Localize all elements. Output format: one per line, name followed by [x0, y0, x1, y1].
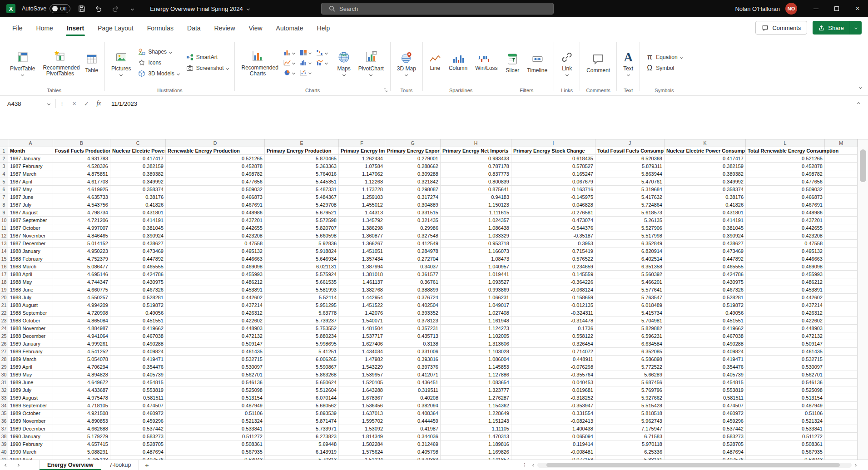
cell-F12[interactable]: 1.360877 [339, 232, 385, 240]
col-header-I[interactable]: I [511, 139, 595, 147]
cell-G16[interactable]: 0.34037 [385, 263, 441, 271]
cell-A32[interactable]: 1989 July [8, 386, 53, 394]
row-header-17[interactable]: 17 [0, 271, 8, 278]
col-header-F[interactable]: F [339, 139, 385, 147]
cell-K7[interactable]: 0.38176 [665, 193, 746, 201]
cell-M10[interactable] [825, 217, 858, 224]
cell-L13[interactable]: 0.47558 [746, 240, 825, 247]
cell-J20[interactable]: 5.763547 [595, 294, 665, 302]
cell-J16[interactable]: 6.351358 [595, 263, 665, 271]
col-header-H[interactable]: H [441, 139, 511, 147]
comments-button[interactable]: Comments [755, 21, 807, 35]
cell-L20[interactable]: 0.442602 [746, 294, 825, 302]
cell-B38[interactable]: 5.179279 [53, 433, 110, 440]
new-comment-button[interactable]: Comment [583, 51, 613, 74]
cell-J18[interactable]: 5.466201 [595, 278, 665, 286]
row-header-18[interactable]: 18 [0, 278, 8, 286]
cell-J29[interactable]: 5.772522 [595, 363, 665, 371]
charts-dialog-launcher[interactable] [383, 88, 388, 93]
cell-G35[interactable]: 0.408364 [385, 410, 441, 417]
cell-H8[interactable]: 1.150123 [441, 201, 511, 209]
quick-access-chevron-icon[interactable] [127, 3, 138, 15]
insert-hierarchy-chart-button[interactable] [298, 49, 312, 57]
cell-J38[interactable]: 6.71583 [595, 433, 665, 440]
pivotchart-button[interactable]: PivotChart [355, 49, 387, 77]
cell-K27[interactable]: 0.409824 [665, 348, 746, 356]
cell-D38[interactable]: 0.511272 [166, 433, 265, 440]
cell-K5[interactable]: 0.349992 [665, 178, 746, 186]
cell-D29[interactable]: 0.530097 [166, 363, 265, 371]
cell-D35[interactable]: 0.51106 [166, 410, 265, 417]
cell-E27[interactable]: 5.41251 [265, 348, 339, 356]
insert-combo-chart-button[interactable] [315, 59, 329, 67]
cell-L32[interactable]: 0.525098 [746, 386, 825, 394]
row-header-6[interactable]: 6 [0, 186, 8, 193]
cell-J21[interactable]: 6.018489 [595, 302, 665, 309]
cell-F40[interactable]: 1.575624 [339, 448, 385, 456]
symbol-button[interactable]: Ω Symbol [643, 63, 677, 74]
cell-J25[interactable]: 6.596231 [595, 332, 665, 340]
tab-home[interactable]: Home [30, 17, 60, 39]
cell-B3[interactable]: 4.528326 [53, 163, 110, 170]
cell-B23[interactable]: 4.865084 [53, 317, 110, 325]
cell-A4[interactable]: 1987 March [8, 170, 53, 178]
cell-B8[interactable]: 4.543756 [53, 201, 110, 209]
cell-H9[interactable]: 1.111615 [441, 209, 511, 217]
cell-G38[interactable]: 0.344036 [385, 433, 441, 440]
cell-C34[interactable]: 0.474507 [110, 402, 166, 410]
vertical-scrollbar[interactable] [858, 139, 868, 460]
cell-M27[interactable] [825, 348, 858, 356]
cell-C16[interactable]: 0.465555 [110, 263, 166, 271]
row-header-4[interactable]: 4 [0, 170, 8, 178]
cell-F9[interactable]: 1.44313 [339, 209, 385, 217]
cell-K10[interactable]: 0.414191 [665, 217, 746, 224]
cell-B28[interactable]: 5.054078 [53, 356, 110, 363]
cell-M13[interactable] [825, 240, 858, 247]
cell-I39[interactable]: 0.119414 [511, 440, 595, 448]
cell-H36[interactable]: 1.151243 [441, 417, 511, 425]
cell-J35[interactable]: 5.818518 [595, 410, 665, 417]
cell-H6[interactable]: 0.875641 [441, 186, 511, 193]
cell-L37[interactable]: 0.533841 [746, 425, 825, 433]
formula-bar-collapse-button[interactable] [849, 103, 868, 105]
cell-J28[interactable]: 6.586898 [595, 356, 665, 363]
cell-L31[interactable]: 0.546136 [746, 379, 825, 386]
cell-I30[interactable]: -0.355764 [511, 371, 595, 379]
cell-L4[interactable]: 0.498782 [746, 170, 825, 178]
col-header-D[interactable]: D [166, 139, 265, 147]
cell-I22[interactable]: -0.324311 [511, 309, 595, 317]
cell-K32[interactable]: 0.553819 [665, 386, 746, 394]
cell-C25[interactable]: 0.467038 [110, 332, 166, 340]
cell-C30[interactable]: 0.405739 [110, 371, 166, 379]
cell-F19[interactable]: 1.382768 [339, 286, 385, 294]
cell-H13[interactable]: 0.953718 [441, 240, 511, 247]
cell-K13[interactable]: 0.438627 [665, 240, 746, 247]
horizontal-scrollbar-thumb[interactable] [546, 463, 840, 467]
cell-K19[interactable]: 0.467326 [665, 286, 746, 294]
cell-I11[interactable]: -0.544376 [511, 224, 595, 232]
cell-M30[interactable] [825, 371, 858, 379]
tab-automate[interactable]: Automate [269, 17, 310, 39]
cell-D7[interactable]: 0.466873 [166, 193, 265, 201]
cell-F3[interactable]: 1.07584 [339, 163, 385, 170]
cell-E23[interactable]: 5.739237 [265, 317, 339, 325]
cell-H25[interactable]: 1.102005 [441, 332, 511, 340]
cell-H20[interactable]: 1.066231 [441, 294, 511, 302]
cell-J8[interactable]: 5.724864 [595, 201, 665, 209]
user-name[interactable]: Nolan O'Halloran [735, 5, 780, 12]
cell-D26[interactable]: 0.509147 [166, 340, 265, 348]
cell-G12[interactable]: 0.327548 [385, 232, 441, 240]
cell-F16[interactable]: 1.387994 [339, 263, 385, 271]
cell-E38[interactable]: 6.273823 [265, 433, 339, 440]
col-header-E[interactable]: E [265, 139, 339, 147]
cell-G10[interactable]: 0.321435 [385, 217, 441, 224]
cell-E30[interactable]: 5.863268 [265, 371, 339, 379]
cell-I20[interactable]: 0.158659 [511, 294, 595, 302]
insert-waterfall-chart-button[interactable] [315, 49, 329, 57]
cell-E29[interactable]: 5.590867 [265, 363, 339, 371]
cell-L17[interactable]: 0.455993 [746, 271, 825, 278]
cell-D20[interactable]: 0.442602 [166, 294, 265, 302]
cell-M37[interactable] [825, 425, 858, 433]
cell-G31[interactable]: 0.436451 [385, 379, 441, 386]
cell-D6[interactable]: 0.509032 [166, 186, 265, 193]
